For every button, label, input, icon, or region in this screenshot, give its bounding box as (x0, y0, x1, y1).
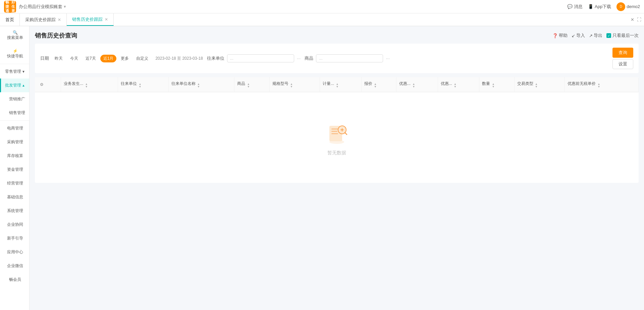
sidebar-item-wholesale[interactable]: 批发管理 ▲ (0, 79, 29, 92)
search-icon: 🔍 (13, 30, 18, 35)
topbar-left: 畅捷通 好生意 办公用品行业模拟账套 ▾ (4, 1, 66, 13)
only-latest-checkbox-label[interactable]: 只看最后一次 (606, 33, 639, 39)
app-icon: 📱 (588, 4, 593, 9)
th-partner-name[interactable]: 往来单位名称 ▲▼ (168, 77, 234, 92)
sort-arrows-quote: ▲▼ (374, 83, 377, 88)
th-biz-date[interactable]: 业务发生... ▲▼ (61, 77, 118, 92)
quick-nav-icon: ⚡ (13, 49, 18, 53)
th-product[interactable]: 商品 ▲▼ (234, 77, 269, 92)
sidebar-item-guide[interactable]: 新手引导 (0, 231, 29, 245)
sidebar-item-cooperation[interactable]: 企业协同 (0, 218, 29, 231)
th-pre-tax-price[interactable]: 优惠前无税单价 ▲▼ (565, 77, 639, 92)
content-area: 销售历史价查询 ❓ 帮助 ↙ 导入 ↗ 导出 只看最后一次 (30, 26, 644, 310)
sort-arrows-discount2: ▲▼ (454, 83, 457, 88)
th-trade-type-label: 交易类型 (517, 81, 533, 86)
sidebar: 🔍 搜索菜单 ⚡ 快捷导航 零售管理 ▼ 批发管理 ▲ 营销推广 销售管理 电商… (0, 26, 30, 310)
sidebar-item-app-center[interactable]: 应用中心 (0, 245, 29, 259)
th-pre-tax-price-label: 优惠前无税单价 (568, 81, 596, 86)
empty-text: 暂无数据 (327, 150, 346, 156)
partner-label: 往来单位 (207, 55, 224, 61)
minimize-icon[interactable]: ✕ (631, 17, 634, 22)
settings-button[interactable]: 设置 (612, 59, 633, 69)
date-btn-1month[interactable]: 近1月 (100, 55, 117, 62)
topbar-title[interactable]: 办公用品行业模拟账套 ▾ (19, 4, 66, 10)
sidebar-item-sales-mgmt[interactable]: 销售管理 (0, 106, 29, 120)
message-btn[interactable]: 💬 消息 (567, 4, 583, 10)
sidebar-divider-1 (0, 64, 29, 64)
th-spec[interactable]: 规格型号 ▲▼ (269, 77, 320, 92)
th-quantity[interactable]: 数量 ▲▼ (479, 77, 514, 92)
sidebar-item-wechat[interactable]: 企业微信 (0, 259, 29, 273)
empty-state: 暂无数据 (35, 92, 639, 183)
filter-bar: 日期 昨天 今天 近7天 近1月 更多 自定义 2023-02-18 至 202… (35, 44, 639, 73)
sidebar-item-purchase[interactable]: 采购管理 (0, 135, 29, 149)
app-download-btn[interactable]: 📱 App下载 (588, 4, 611, 10)
th-unit[interactable]: 计量... ▲▼ (320, 77, 362, 92)
sidebar-item-finance[interactable]: 资金管理 (0, 163, 29, 176)
date-btn-7days[interactable]: 近7天 (83, 55, 99, 62)
sidebar-item-member[interactable]: 畅会员 (0, 273, 29, 287)
th-trade-type[interactable]: 交易类型 ▲▼ (514, 77, 565, 92)
table-body: 暂无数据 (35, 92, 639, 183)
tab-actions: ✕ ⛶ (628, 13, 644, 26)
only-latest-checkbox[interactable] (606, 33, 611, 38)
partner-filter-group: 往来单位 ··· (207, 54, 301, 62)
th-quote-label: 报价 (364, 81, 372, 86)
product-label: 商品 (305, 55, 313, 61)
sidebar-item-search[interactable]: 🔍 搜索菜单 (0, 26, 29, 45)
sidebar-item-ecommerce[interactable]: 电商管理 (0, 121, 29, 135)
sidebar-item-inventory[interactable]: 库存核算 (0, 149, 29, 163)
tabbar: 首页 采购历史价跟踪 ✕ 销售历史价跟踪 ✕ ✕ ⛶ (0, 13, 644, 26)
message-icon: 💬 (567, 4, 573, 9)
partner-input[interactable] (227, 54, 294, 62)
table-header: ⚙ 业务发生... ▲▼ 往来单位 ▲▼ 往来单位名称 ▲▼ (35, 77, 639, 92)
sidebar-item-retail[interactable]: 零售管理 ▼ (0, 65, 29, 79)
sort-arrows-pre-tax-price: ▲▼ (598, 83, 600, 88)
th-unit-label: 计量... (323, 81, 334, 86)
th-spec-label: 规格型号 (272, 81, 288, 86)
sidebar-item-operation[interactable]: 经营管理 (0, 176, 29, 190)
tab-home[interactable]: 首页 (0, 13, 20, 26)
data-table: ⚙ 业务发生... ▲▼ 往来单位 ▲▼ 往来单位名称 ▲▼ (35, 77, 639, 183)
help-btn[interactable]: ❓ 帮助 (552, 33, 568, 39)
import-icon: ↙ (572, 33, 575, 38)
th-partner-code[interactable]: 往来单位 ▲▼ (118, 77, 169, 92)
tab-purchase-history[interactable]: 采购历史价跟踪 ✕ (20, 13, 67, 26)
close-sales-history-tab[interactable]: ✕ (105, 17, 108, 21)
export-btn[interactable]: ↗ 导出 (589, 33, 602, 39)
date-btn-today[interactable]: 今天 (67, 55, 81, 62)
sort-arrows-discount1: ▲▼ (412, 83, 415, 88)
partner-dots[interactable]: ··· (297, 56, 301, 61)
date-btn-more[interactable]: 更多 (118, 55, 132, 62)
sidebar-divider-2 (0, 120, 29, 121)
import-btn[interactable]: ↙ 导入 (572, 33, 585, 39)
th-discount2[interactable]: 优惠... ▲▼ (438, 77, 479, 92)
sidebar-item-quick-nav[interactable]: ⚡ 快捷导航 (0, 45, 29, 63)
product-input[interactable] (316, 54, 383, 62)
maximize-icon[interactable]: ⛶ (637, 17, 641, 22)
sort-arrows-product: ▲▼ (247, 83, 250, 88)
th-settings: ⚙ (35, 77, 61, 92)
chevron-down-icon: ▾ (64, 4, 66, 9)
chevron-up-icon-wholesale: ▲ (22, 84, 25, 87)
date-btn-custom[interactable]: 自定义 (133, 55, 151, 62)
svg-line-8 (345, 133, 347, 135)
user-profile[interactable]: D demo2 (616, 2, 640, 11)
th-discount1[interactable]: 优惠... ▲▼ (396, 77, 438, 92)
avatar: D (616, 2, 625, 11)
date-range-display: 2023-02-18 至 2023-03-18 (155, 56, 203, 61)
product-dots[interactable]: ··· (386, 56, 390, 61)
logo: 畅捷通 好生意 (4, 1, 16, 13)
sort-arrows-biz-date: ▲▼ (85, 83, 88, 88)
query-button[interactable]: 查询 (612, 48, 633, 58)
table-settings-icon[interactable]: ⚙ (38, 81, 46, 89)
th-quote[interactable]: 报价 ▲▼ (361, 77, 396, 92)
tab-sales-history[interactable]: 销售历史价跟踪 ✕ (67, 13, 114, 26)
sidebar-item-marketing[interactable]: 营销推广 (0, 92, 29, 106)
sales-history-tab-label: 销售历史价跟踪 (72, 16, 103, 22)
sidebar-item-basic[interactable]: 基础信息 (0, 190, 29, 204)
sidebar-item-system[interactable]: 系统管理 (0, 204, 29, 218)
date-btn-yesterday[interactable]: 昨天 (52, 55, 66, 62)
close-purchase-history-tab[interactable]: ✕ (58, 18, 61, 22)
empty-icon (323, 119, 350, 146)
